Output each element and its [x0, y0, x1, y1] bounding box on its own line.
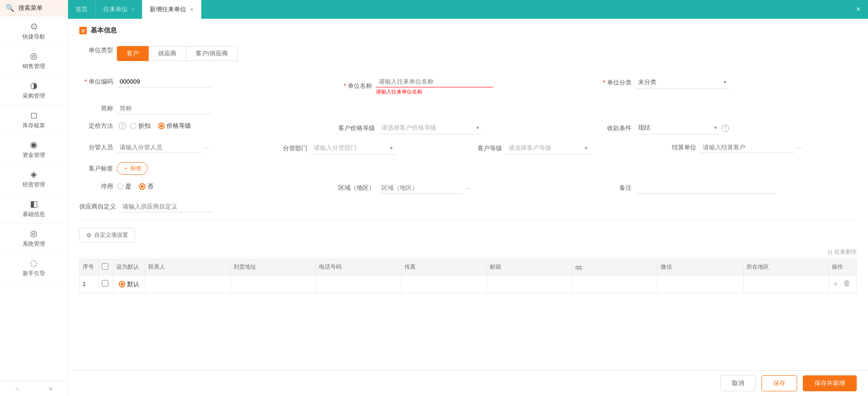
sidebar-item-purchase[interactable]: ◑ 采购管理: [0, 76, 68, 105]
settlement-unit-input[interactable]: [700, 142, 794, 153]
col-address: 到货地址: [230, 259, 316, 275]
sidebar-item-operations[interactable]: ◈ 经营管理: [0, 164, 68, 194]
manager-label: 分管人员: [79, 143, 117, 152]
disable-no-radio[interactable]: 否: [139, 182, 153, 191]
sidebar-item-label: 新手引导: [23, 270, 45, 278]
discount-label: 折扣: [138, 122, 151, 130]
unit-type-label: 单位类型: [89, 47, 113, 54]
customer-level-select[interactable]: 请选择客户等级 ▾: [506, 142, 590, 155]
sidebar-item-label: 采购管理: [23, 92, 45, 100]
sidebar-item-sales[interactable]: ◎ 销售管理: [0, 46, 68, 76]
form-area: ⊞ 基本信息 单位类型 客户 供应商 客户/供应商 单位编码: [68, 19, 868, 370]
tab-bar-close-all[interactable]: ×: [849, 5, 868, 14]
cell-qq[interactable]: [572, 275, 658, 293]
settlement-unit-label: 结算单位: [662, 143, 700, 152]
customer-level-group: 客户等级 请选择客户等级 ▾: [468, 142, 662, 155]
pricing-level-radio[interactable]: 价格等级: [158, 122, 191, 130]
save-button[interactable]: 保存: [761, 375, 797, 391]
tab-home-label: 首页: [76, 5, 88, 14]
disable-yes-radio[interactable]: 是: [117, 182, 131, 191]
unit-category-select[interactable]: 未分类 ▾: [635, 76, 729, 89]
remark-input[interactable]: [635, 182, 776, 194]
col-actions: 操作: [829, 259, 856, 275]
add-row-icon[interactable]: ＋: [832, 279, 839, 289]
tab-new-partner[interactable]: 新增往来单位 ×: [142, 0, 201, 19]
main-content: 首页 往来单位 × 新增往来单位 × × ⊞ 基本信息 单位类型: [68, 0, 868, 396]
save-new-button[interactable]: 保存并新增: [803, 375, 857, 391]
cell-address[interactable]: [230, 275, 316, 293]
unit-type-supplier[interactable]: 供应商: [149, 46, 186, 61]
short-name-group: 简称: [79, 103, 857, 114]
form-divider: [79, 220, 857, 220]
unit-code-input[interactable]: [117, 76, 211, 87]
row-manager: 分管人员 ··· 分管部门 请输入分管部门 ▾ 客户等级 请选择客户等级 ▾: [79, 142, 857, 155]
sidebar-item-label: 基础信息: [23, 210, 45, 218]
search-menu[interactable]: 🔍 搜索菜单: [0, 0, 68, 16]
cell-email[interactable]: [487, 275, 572, 293]
disable-no-label: 否: [147, 182, 153, 191]
supplier-custom-input[interactable]: [120, 201, 213, 212]
cell-phone[interactable]: [316, 275, 401, 293]
cell-seq: 1: [80, 275, 99, 293]
col-email: 邮箱: [487, 259, 572, 275]
payment-terms-help-icon[interactable]: ?: [722, 124, 729, 132]
tab-partner-close[interactable]: ×: [131, 7, 134, 12]
dept-select[interactable]: 请输入分管部门 ▾: [311, 142, 396, 155]
row-customer-tag: 客户标签 ＋ 标签: [79, 162, 857, 175]
default-radio-circle: [119, 281, 125, 287]
cell-location[interactable]: [743, 275, 829, 293]
home-btn[interactable]: ⌂: [0, 381, 34, 396]
customer-tag-label: 客户标签: [79, 164, 117, 173]
sidebar-item-quick-nav[interactable]: ⊙ 快捷导航: [0, 16, 68, 46]
settlement-more-icon[interactable]: ···: [796, 144, 801, 151]
cell-fax[interactable]: [402, 275, 487, 293]
col-checkbox[interactable]: [99, 259, 113, 275]
cell-default[interactable]: 默认: [113, 275, 145, 293]
unit-category-group: 单位分类 未分类 ▾: [598, 76, 857, 89]
manager-more-icon[interactable]: ···: [203, 144, 209, 151]
payment-terms-label: 收款条件: [598, 124, 635, 132]
custom-settings-label: 自定义项设置: [94, 231, 128, 239]
manager-group: 分管人员 ···: [79, 142, 274, 153]
unit-type-customer[interactable]: 客户: [117, 46, 149, 61]
sidebar-item-basic[interactable]: ◧ 基础信息: [0, 194, 68, 224]
cancel-button[interactable]: 取消: [720, 375, 756, 391]
pricing-help-icon[interactable]: ?: [119, 122, 126, 130]
pricing-discount-radio[interactable]: 折扣: [130, 122, 151, 130]
row-actions: ＋ 🗑: [832, 279, 853, 289]
finance-icon: ◉: [30, 140, 38, 150]
batch-delete-btn[interactable]: ⊟ 批量删除: [79, 248, 857, 256]
tab-new-partner-close[interactable]: ×: [190, 7, 193, 12]
region-input[interactable]: [379, 182, 463, 194]
unit-name-input[interactable]: [376, 76, 493, 87]
sidebar-item-inventory[interactable]: ◻ 库存核算: [0, 105, 68, 135]
manager-input[interactable]: [117, 142, 201, 153]
tab-home[interactable]: 首页: [68, 0, 96, 19]
sidebar-item-finance[interactable]: ◉ 资金管理: [0, 135, 68, 164]
unit-name-group: 单位名称 请输入往来单位名称: [338, 76, 597, 95]
customer-price-level-select[interactable]: 请选择客户价格等级 ▾: [379, 122, 482, 134]
unit-name-wrapper: 请输入往来单位名称: [376, 76, 597, 95]
disable-yes-label: 是: [125, 182, 131, 191]
tab-bar: 首页 往来单位 × 新增往来单位 × ×: [68, 0, 868, 19]
cell-wechat[interactable]: [658, 275, 743, 293]
tab-partner[interactable]: 往来单位 ×: [96, 0, 142, 19]
chevron-down-icon2: ▾: [476, 124, 479, 131]
customer-tag-group: 客户标签 ＋ 标签: [79, 162, 857, 175]
add-tag-button[interactable]: ＋ 标签: [117, 162, 148, 175]
sidebar-bottom: ⌂ ≡: [0, 380, 68, 396]
custom-settings-button[interactable]: ⚙ 自定义项设置: [79, 228, 135, 242]
region-more-icon[interactable]: ···: [465, 184, 471, 192]
payment-terms-select[interactable]: 现结 ▾: [635, 122, 720, 134]
sidebar-item-guide[interactable]: ◌ 新手引导: [0, 253, 68, 283]
sidebar-item-system[interactable]: ◎ 系统管理: [0, 224, 68, 253]
cell-contact[interactable]: [145, 275, 230, 293]
row-supplier-custom: 供应商自定义: [79, 201, 857, 212]
search-menu-label: 搜索菜单: [18, 4, 43, 12]
menu-btn[interactable]: ≡: [34, 381, 68, 396]
short-name-input[interactable]: [117, 103, 211, 114]
dept-group: 分管部门 请输入分管部门 ▾: [274, 142, 468, 155]
cell-checkbox[interactable]: [99, 275, 113, 293]
delete-row-icon[interactable]: 🗑: [843, 279, 851, 289]
unit-type-both[interactable]: 客户/供应商: [186, 46, 238, 61]
